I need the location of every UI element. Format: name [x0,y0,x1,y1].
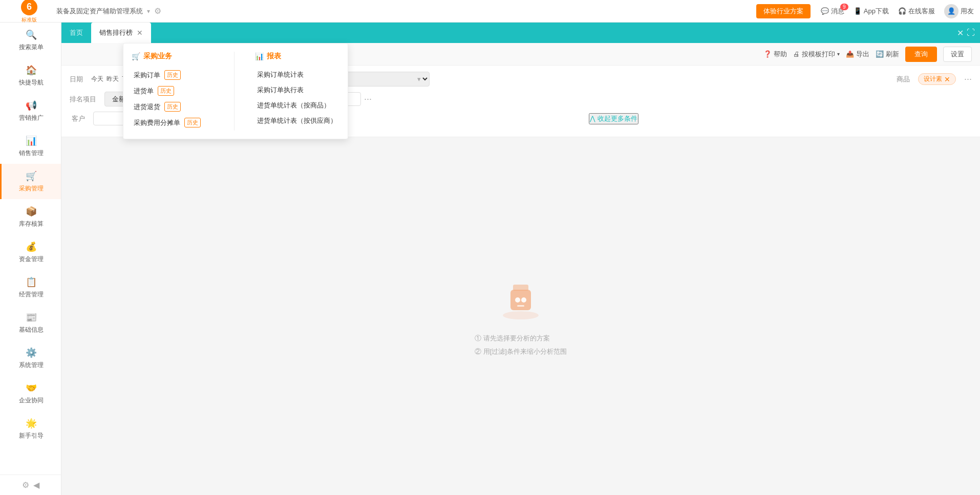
report-section-icon: 📊 [255,52,264,60]
dropdown-item-report-2[interactable]: 采购订单执行表 [255,82,339,98]
history-badge-1: 历史 [158,86,174,96]
purchase-dropdown: 🛒 采购业务 采购订单 历史 进货单 历史 进货退货 历史 采购费用分摊单 [123,43,348,139]
report-col: 📊 报表 采购订单统计表 采购订单执行表 进货单统计表（按商品） 进货单统计表（… [255,52,339,131]
dropdown-item-report-4[interactable]: 进货单统计表（按供应商） [255,113,339,128]
dropdown-divider [234,52,235,131]
dropdown-item-purchase-receipt[interactable]: 进货单 历史 [132,83,214,99]
purchase-section-icon: 🛒 [132,52,140,60]
dropdown-item-report-3[interactable]: 进货单统计表（按商品） [255,98,339,113]
main: 首页 销售排行榜 ✕ ✕ ⛶ ❓ 帮助 🖨 按模板打印 ▾ 📤 [61,23,980,495]
purchase-col: 🛒 采购业务 采购订单 历史 进货单 历史 进货退货 历史 采购费用分摊单 [132,52,214,131]
purchase-col-title: 🛒 采购业务 [132,52,214,61]
dropdown-item-purchase-return[interactable]: 进货退货 历史 [132,99,214,115]
report-col-title: 📊 报表 [255,52,339,61]
history-badge-0: 历史 [164,70,181,80]
dropdown-item-purchase-order[interactable]: 采购订单 历史 [132,67,214,83]
layout: 🔍 搜索菜单 🏠 快捷导航 📢 营销推广 📊 销售管理 🛒 采购管理 📦 库存核… [0,23,980,495]
history-badge-3: 历史 [184,118,201,127]
history-badge-2: 历史 [164,102,181,112]
dropdown-item-purchase-expense[interactable]: 采购费用分摊单 历史 [132,115,214,131]
dropdown-item-report-1[interactable]: 采购订单统计表 [255,67,339,82]
